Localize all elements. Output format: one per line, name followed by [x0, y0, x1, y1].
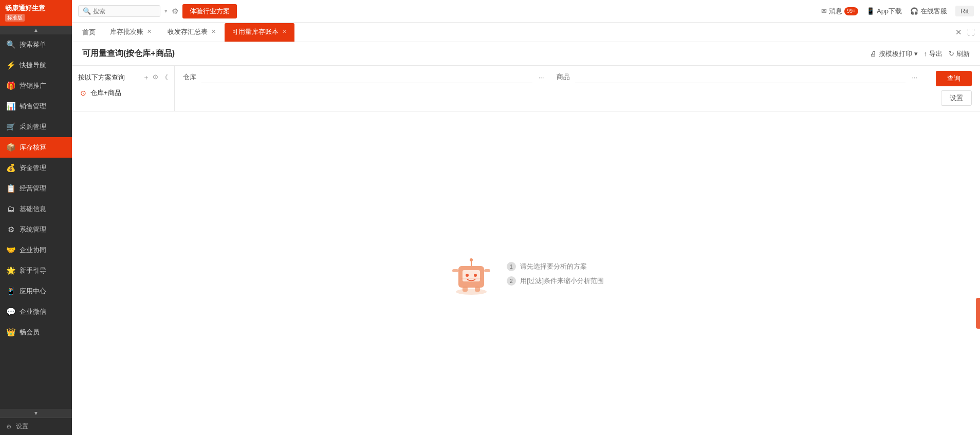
sidebar-item-label: 销售管理 — [20, 102, 46, 111]
warehouse-filter-field: 仓库 ··· — [183, 71, 546, 83]
tabs-right-controls: ✕ ⛶ — [954, 27, 976, 38]
sidebar-item-enterprise[interactable]: 🤝 企业协同 — [0, 240, 72, 260]
query-button-area: 查询 设置 — [928, 66, 980, 111]
scheme-panel: 按以下方案查询 ＋ ⊙ 《 ⊙ 仓库+商品 — [72, 66, 175, 111]
topbar-search-icon: 🔍 — [83, 7, 91, 15]
money-icon: 💰 — [6, 163, 15, 173]
sidebar-nav: 🔍 搜索菜单 ⚡ 快捷导航 🎁 营销推广 📊 销售管理 🛒 采购管理 📦 库存核… — [0, 34, 72, 409]
search-icon: 🔍 — [6, 40, 15, 49]
page-header: 可用量查询(按仓库+商品) 🖨 按模板打印 ▾ ↑ 导出 ↻ 刷新 — [72, 42, 980, 66]
sidebar-scroll-up[interactable]: ▲ — [0, 26, 72, 34]
message-icon: ✉ — [821, 7, 827, 15]
message-label: 消息 — [829, 7, 842, 16]
star-icon: 🌟 — [6, 266, 15, 275]
query-button[interactable]: 查询 — [936, 71, 972, 86]
empty-robot-illustration — [448, 251, 494, 297]
sidebar-item-inventory[interactable]: 📦 库存核算 — [0, 137, 72, 158]
tab-available-stock[interactable]: 可用量库存账本 ✕ — [225, 23, 294, 42]
warehouse-input[interactable] — [201, 71, 532, 83]
settings-icon: ⚙ — [6, 423, 12, 430]
tab-close-icon[interactable]: ✕ — [282, 28, 287, 35]
topbar-search-input[interactable] — [93, 8, 144, 15]
refresh-button[interactable]: ↻ 刷新 — [949, 49, 970, 59]
expand-tab-button[interactable]: ⛶ — [966, 27, 976, 37]
message-button[interactable]: ✉ 消息 99+ — [821, 7, 858, 16]
page-content: 可用量查询(按仓库+商品) 🖨 按模板打印 ▾ ↑ 导出 ↻ 刷新 — [72, 42, 980, 435]
print-icon: 🖨 — [870, 50, 877, 58]
settings-button[interactable]: 设置 — [941, 90, 972, 106]
filter-area: 仓库 ··· 商品 ··· — [175, 66, 928, 88]
gift-icon: 🎁 — [6, 81, 15, 90]
sidebar-item-basic[interactable]: 🗂 基础信息 — [0, 199, 72, 219]
sidebar-item-sales[interactable]: 📊 销售管理 — [0, 96, 72, 117]
tab-close-icon[interactable]: ✕ — [211, 28, 216, 35]
sidebar-item-finance[interactable]: 💰 资金管理 — [0, 158, 72, 178]
topbar-actions: ✉ 消息 99+ 📱 App下载 🎧 在线客服 Rit — [821, 6, 974, 16]
scheme-panel-title: 按以下方案查询 — [78, 73, 125, 82]
sidebar-item-label: 应用中心 — [20, 287, 46, 296]
collapse-scheme-icon[interactable]: 《 — [161, 73, 168, 82]
tip-text-2: 用[过滤]条件来缩小分析范围 — [520, 276, 604, 286]
chart-icon: 📊 — [6, 102, 15, 111]
svg-rect-7 — [452, 269, 458, 272]
sidebar-item-label: 企业微信 — [20, 307, 46, 316]
tab-stock-summary[interactable]: 收发存汇总表 ✕ — [160, 23, 224, 42]
tab-batch-account[interactable]: 库存批次账 ✕ — [103, 23, 159, 42]
close-tab-button[interactable]: ✕ — [954, 27, 963, 38]
query-section: 按以下方案查询 ＋ ⊙ 《 ⊙ 仓库+商品 仓库 — [72, 66, 980, 111]
svg-point-4 — [474, 274, 477, 277]
svg-point-3 — [466, 274, 469, 277]
print-button[interactable]: 🖨 按模板打印 ▾ — [870, 49, 918, 59]
sidebar-item-label: 畅会员 — [20, 328, 40, 337]
add-scheme-icon[interactable]: ＋ — [143, 73, 150, 82]
tab-close-icon[interactable]: ✕ — [146, 28, 152, 35]
sidebar-item-wechat[interactable]: 💬 企业微信 — [0, 301, 72, 322]
handshake-icon: 🤝 — [6, 245, 15, 255]
chevron-down-icon[interactable]: ▾ — [914, 50, 918, 58]
sidebar-item-label: 搜索菜单 — [20, 40, 46, 49]
app-download-button[interactable]: 📱 App下载 — [866, 7, 902, 16]
filter-container: 仓库 ··· 商品 ··· 查询 设置 — [175, 66, 980, 111]
product-label: 商品 — [557, 72, 571, 82]
page-title: 可用量查询(按仓库+商品) — [82, 48, 175, 59]
sidebar-item-purchase[interactable]: 🛒 采购管理 — [0, 117, 72, 137]
user-profile[interactable]: Rit — [955, 6, 974, 16]
online-service-button[interactable]: 🎧 在线客服 — [910, 7, 947, 16]
product-filter-field: 商品 ··· — [557, 71, 920, 83]
scheme-item-warehouse-product[interactable]: ⊙ 仓库+商品 — [72, 84, 174, 102]
right-scroll-indicator[interactable] — [976, 298, 980, 329]
user-name: Rit — [960, 7, 969, 15]
sidebar-bottom-item[interactable]: ⚙ 设置 — [0, 418, 72, 435]
scheme-panel-header: 按以下方案查询 ＋ ⊙ 《 — [72, 71, 174, 84]
sidebar-item-operations[interactable]: 📋 经营管理 — [0, 178, 72, 199]
warehouse-more-icon[interactable]: ··· — [537, 73, 546, 81]
sidebar-scroll-down[interactable]: ▼ — [0, 409, 72, 418]
sidebar-item-marketing[interactable]: 🎁 营销推广 — [0, 75, 72, 96]
empty-tips: 1 请先选择要分析的方案 2 用[过滤]条件来缩小分析范围 — [507, 262, 604, 286]
export-button[interactable]: ↑ 导出 — [924, 49, 943, 59]
sidebar-item-vip[interactable]: 👑 畅会员 — [0, 322, 72, 343]
svg-point-6 — [470, 258, 473, 261]
topbar-chevron-icon[interactable]: ▾ — [164, 8, 168, 14]
product-more-icon[interactable]: ··· — [910, 73, 919, 81]
tip-number-2: 2 — [507, 276, 516, 286]
topbar-gear-icon[interactable]: ⚙ — [172, 7, 178, 16]
sidebar-item-system[interactable]: ⚙ 系统管理 — [0, 219, 72, 240]
scheme-item-label: 仓库+商品 — [90, 88, 121, 98]
gear-icon: ⚙ — [6, 225, 15, 234]
product-input[interactable] — [575, 71, 906, 83]
sidebar-item-guide[interactable]: 🌟 新手引导 — [0, 260, 72, 281]
industry-solution-button[interactable]: 体验行业方案 — [182, 4, 237, 18]
tab-home[interactable]: 首页 — [76, 23, 102, 42]
page-header-actions: 🖨 按模板打印 ▾ ↑ 导出 ↻ 刷新 — [870, 49, 970, 59]
sidebar-item-apps[interactable]: 📱 应用中心 — [0, 281, 72, 301]
clipboard-icon: 📋 — [6, 184, 15, 193]
sidebar-item-shortcuts[interactable]: ⚡ 快捷导航 — [0, 55, 72, 75]
sidebar-item-search[interactable]: 🔍 搜索菜单 — [0, 34, 72, 55]
svg-rect-2 — [463, 270, 480, 281]
edit-scheme-icon[interactable]: ⊙ — [153, 73, 158, 82]
svg-rect-10 — [475, 287, 480, 292]
empty-state-content: 1 请先选择要分析的方案 2 用[过滤]条件来缩小分析范围 — [448, 251, 604, 297]
topbar-search-box[interactable]: 🔍 — [78, 5, 160, 17]
online-service-label: 在线客服 — [920, 7, 947, 16]
